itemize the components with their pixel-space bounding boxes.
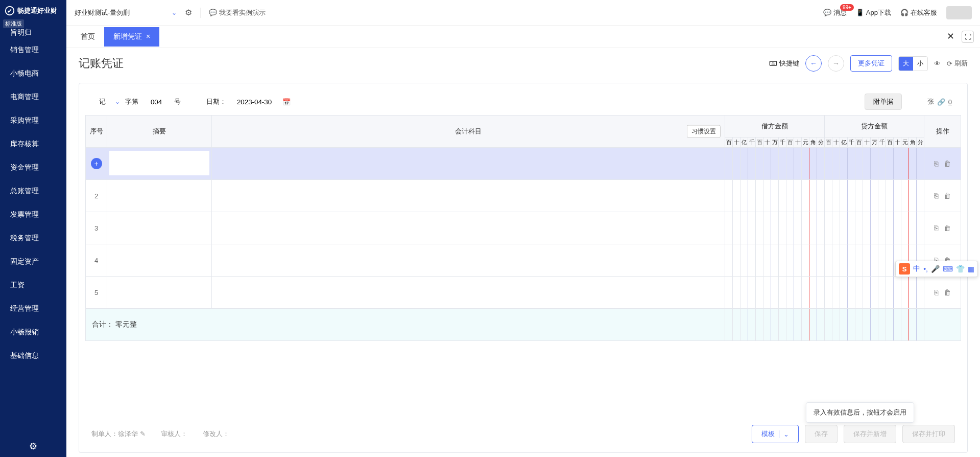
digit-header: 百 bbox=[825, 138, 832, 148]
sidebar-item-xcec[interactable]: 小畅电商 bbox=[0, 62, 66, 85]
page-close-button[interactable]: ✕ bbox=[947, 31, 954, 42]
delete-icon[interactable]: 🗑 bbox=[944, 288, 951, 296]
ime-punct-icon[interactable]: •, bbox=[923, 265, 928, 273]
ime-keyboard-icon[interactable]: ⌨ bbox=[943, 265, 953, 273]
voucher-date-input[interactable] bbox=[231, 98, 277, 106]
subject-cell[interactable] bbox=[212, 148, 725, 180]
settings-gear-icon[interactable]: ⚙ bbox=[29, 441, 37, 452]
tab-home[interactable]: 首页 bbox=[71, 27, 104, 47]
sidebar-item-salary[interactable]: 工资 bbox=[0, 273, 66, 297]
digit-header: 百 bbox=[725, 138, 733, 148]
copy-icon[interactable]: ⎘ bbox=[934, 288, 938, 296]
sidebar-item-asset[interactable]: 固定资产 bbox=[0, 250, 66, 273]
page-title: 记账凭证 bbox=[79, 56, 124, 71]
tab-new-voucher[interactable]: 新增凭证 × bbox=[104, 27, 159, 47]
calendar-icon[interactable]: 📅 bbox=[282, 98, 291, 106]
logo-area: 畅捷通好业财 bbox=[0, 0, 66, 19]
subject-cell[interactable] bbox=[212, 277, 725, 309]
summary-cell[interactable] bbox=[107, 244, 212, 277]
size-small[interactable]: 小 bbox=[913, 57, 927, 71]
sidebar-item-invoice[interactable]: 发票管理 bbox=[0, 203, 66, 226]
sidebar-item-sales[interactable]: 销售管理 bbox=[0, 38, 66, 62]
sidebar-item-ecom[interactable]: 电商管理 bbox=[0, 85, 66, 109]
refresh-button[interactable]: ⟳ 刷新 bbox=[947, 59, 968, 68]
sidebar-item-inventory[interactable]: 库存核算 bbox=[0, 132, 66, 156]
footer-buttons: 录入有效信息后，按钮才会启用 模板 ⌄ 保存 保存并新增 保存并打印 bbox=[752, 425, 955, 443]
fullscreen-icon[interactable]: ⛶ bbox=[962, 31, 974, 43]
eye-icon[interactable]: 👁 bbox=[934, 60, 941, 67]
user-avatar[interactable] bbox=[946, 6, 972, 19]
delete-icon[interactable]: 🗑 bbox=[944, 192, 951, 200]
next-button[interactable]: → bbox=[828, 55, 844, 72]
credit-amount bbox=[825, 148, 924, 179]
svg-rect-1 bbox=[770, 61, 776, 65]
subject-cell[interactable] bbox=[212, 180, 725, 212]
keyboard-icon bbox=[769, 59, 777, 67]
template-button[interactable]: 模板 ⌄ bbox=[752, 425, 799, 443]
delete-icon[interactable]: 🗑 bbox=[944, 224, 951, 232]
tabbar: 首页 新增凭证 × ✕ ⛶ bbox=[66, 26, 980, 48]
voucher-type-input[interactable] bbox=[94, 98, 110, 106]
subject-cell[interactable] bbox=[212, 212, 725, 244]
tooltip: 录入有效信息后，按钮才会启用 bbox=[806, 402, 914, 423]
shortcut-button[interactable]: 快捷键 bbox=[769, 59, 799, 68]
col-summary: 摘要 bbox=[107, 116, 212, 148]
demo-link[interactable]: 💬 我要看实例演示 bbox=[209, 8, 266, 17]
copy-icon[interactable]: ⎘ bbox=[934, 224, 938, 232]
close-icon[interactable]: × bbox=[146, 32, 150, 40]
prev-button[interactable]: ← bbox=[805, 55, 822, 72]
digit-header: 亿 bbox=[740, 138, 748, 148]
subject-cell[interactable] bbox=[212, 244, 725, 277]
size-big[interactable]: 大 bbox=[899, 57, 913, 71]
digit-header: 角 bbox=[909, 138, 917, 148]
digit-header: 十 bbox=[763, 138, 771, 148]
copy-icon[interactable]: ⎘ bbox=[934, 192, 938, 200]
sidebar-item-bi[interactable]: 经营管理 bbox=[0, 297, 66, 321]
copy-icon[interactable]: ⎘ bbox=[934, 159, 938, 168]
ime-lang[interactable]: 中 bbox=[913, 264, 920, 273]
habit-settings-button[interactable]: 习惯设置 bbox=[687, 125, 721, 138]
attachment-button[interactable]: 附单据 bbox=[865, 94, 902, 110]
more-vouchers-button[interactable]: 更多凭证 bbox=[850, 55, 892, 72]
table-row: 3 ⎘ 🗑 bbox=[86, 212, 961, 244]
headset-icon: 🎧 bbox=[900, 9, 909, 16]
summary-cell[interactable] bbox=[107, 212, 212, 244]
sogou-logo-icon: S bbox=[899, 263, 910, 275]
sidebar-item-basic[interactable]: 基础信息 bbox=[0, 344, 66, 368]
digit-header: 角 bbox=[809, 138, 817, 148]
chevron-down-icon: ⌄ bbox=[172, 9, 177, 16]
messages-link[interactable]: 💬 消息 99+ bbox=[823, 8, 847, 17]
voucher-number-input[interactable] bbox=[144, 98, 169, 106]
col-credit: 贷方金额 bbox=[825, 116, 924, 138]
app-download-link[interactable]: 📱 App下载 bbox=[856, 8, 891, 17]
sidebar-item-fund[interactable]: 资金管理 bbox=[0, 156, 66, 179]
summary-input[interactable] bbox=[109, 151, 209, 175]
sidebar-item-purchase[interactable]: 采购管理 bbox=[0, 109, 66, 132]
digit-header: 千 bbox=[878, 138, 886, 148]
delete-icon[interactable]: 🗑 bbox=[944, 159, 951, 168]
sidebar-item-tax[interactable]: 税务管理 bbox=[0, 226, 66, 250]
save-button: 保存 bbox=[805, 425, 838, 443]
org-selector[interactable]: 好业财测试-量勿删 ⌄ bbox=[75, 8, 177, 17]
ime-menu-icon[interactable]: ▦ bbox=[968, 265, 974, 273]
add-row-button[interactable]: + bbox=[91, 158, 102, 169]
ime-voice-icon[interactable]: 🎤 bbox=[931, 265, 940, 273]
summary-cell[interactable] bbox=[107, 277, 212, 309]
topbar-right: 💬 消息 99+ 📱 App下载 🎧 在线客服 bbox=[823, 6, 972, 19]
gear-icon[interactable]: ⚙ bbox=[185, 8, 192, 17]
ime-skin-icon[interactable]: 👕 bbox=[956, 265, 965, 273]
sidebar-item-ledger[interactable]: 总账管理 bbox=[0, 179, 66, 203]
link-icon[interactable]: 🔗 bbox=[937, 98, 945, 106]
sidebar-item-expense[interactable]: 小畅报销 bbox=[0, 321, 66, 344]
edit-icon[interactable]: ✎ bbox=[140, 430, 146, 438]
support-link[interactable]: 🎧 在线客服 bbox=[900, 8, 937, 17]
digit-header: 分 bbox=[817, 138, 825, 148]
digit-header: 十 bbox=[733, 138, 740, 148]
sidebar-item[interactable]: 旨明归 bbox=[0, 28, 66, 38]
chevron-down-icon: ⌄ bbox=[779, 430, 789, 438]
chevron-down-icon[interactable]: ⌄ bbox=[115, 98, 120, 105]
digit-header: 十 bbox=[794, 138, 802, 148]
digit-header: 十 bbox=[832, 138, 840, 148]
summary-cell[interactable] bbox=[107, 180, 212, 212]
ime-toolbar[interactable]: S 中 •, 🎤 ⌨ 👕 ▦ bbox=[895, 261, 978, 277]
